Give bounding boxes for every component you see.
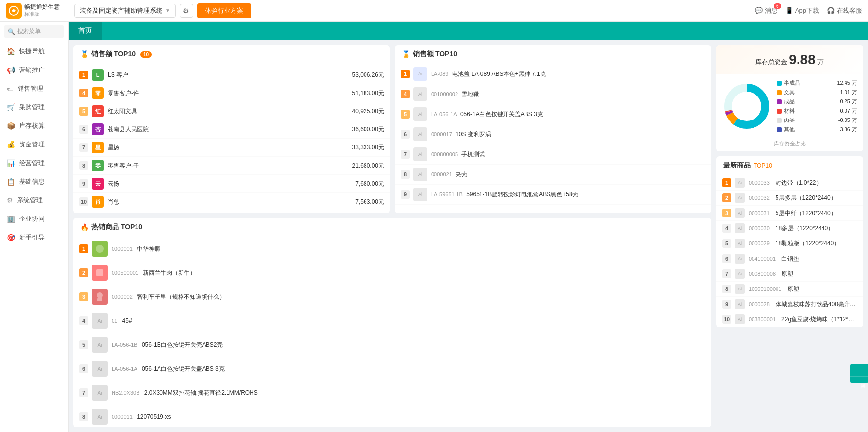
product-info: LA-089 电池盖 LA-089 ABS本色+黑种 7.1克 xyxy=(431,70,706,78)
sidebar-label-system: 系统管理 xyxy=(17,196,43,205)
product-name: 18多层（1220*2440） xyxy=(776,224,857,233)
enterprise-icon: 🏢 xyxy=(7,215,15,223)
content-area: 首页 🏅 销售额 TOP10 10 1 xyxy=(69,22,868,432)
sidebar-label-inventory: 库存核算 xyxy=(19,121,45,130)
sales-products-list: 1 Ai LA-089 电池盖 LA-089 ABS本色+黑种 7.1克 4 A… xyxy=(395,64,711,205)
community-button[interactable]: 服务社区 xyxy=(850,370,868,377)
customer-avatar: 肖 xyxy=(92,196,104,208)
sidebar-search[interactable]: 🔍 搜索菜单 xyxy=(0,22,68,42)
product-name: 056-1B白色按键开关壳ABS2壳 xyxy=(142,341,223,348)
sidebar-label-operations: 经营管理 xyxy=(19,159,45,168)
sidebar-item-basic-info[interactable]: 📋 基础信息 xyxy=(0,172,68,191)
product-info: 0000017 10S 变利罗涡 xyxy=(431,130,706,139)
rank-num: 9 xyxy=(401,190,410,199)
hot-item: 2 000500001 新西兰牛肉（新牛） xyxy=(73,261,711,285)
customer-value: 7,680.00元 xyxy=(355,180,384,188)
product-name: 18颗粒板（1220*2440） xyxy=(776,240,857,248)
customer-value: 36,600.00元 xyxy=(352,125,384,134)
sidebar-item-inventory[interactable]: 📦 库存核算 xyxy=(0,117,68,135)
customer-service-button[interactable]: 客服热线 xyxy=(850,364,868,370)
legend-item: 成品 0.25 万 xyxy=(777,97,857,106)
operations-icon: 📊 xyxy=(7,159,15,167)
search-menu-label: 搜索菜单 xyxy=(17,27,41,36)
sidebar: 🔍 搜索菜单 🏠 快捷导航 📢 营销推广 🏷 销售管理 🛒 采购管理 📦 库存核… xyxy=(0,22,69,432)
sidebar-item-purchase[interactable]: 🛒 采购管理 xyxy=(0,98,68,117)
latest-img: Ai xyxy=(735,178,745,188)
hot-products-panel: 🔥 热销商品 TOP10 1 0000001 中华神腑 xyxy=(73,218,711,427)
rank-item: 6 杏 苍南县人民医院 36,600.00元 xyxy=(73,120,390,139)
latest-img: Ai xyxy=(735,239,745,248)
search-menu-button[interactable]: 🔍 搜索菜单 xyxy=(4,25,64,38)
right-panel: 库存总资金 9.88 万 xyxy=(716,45,863,427)
tab-home[interactable]: 首页 xyxy=(69,22,102,40)
rank-num: 6 xyxy=(79,364,88,373)
sidebar-item-enterprise[interactable]: 🏢 企业协同 xyxy=(0,210,68,228)
message-button[interactable]: 💬 消息 6 xyxy=(755,6,777,15)
latest-title: 最新商品 xyxy=(723,161,751,170)
sidebar-item-system[interactable]: ⚙ 系统管理 xyxy=(0,191,68,210)
product-info: 000800005 手机测试 xyxy=(431,150,706,159)
product-rank-item: 7 Ai 000800005 手机测试 xyxy=(395,144,711,165)
rank-num: 8 xyxy=(722,285,731,293)
settings-button[interactable]: ⚙ xyxy=(180,4,193,18)
marketing-icon: 📢 xyxy=(7,66,15,74)
top-header: 畅捷通好生意 标准版 装备及固定资产辅助管理系统 ▼ ⚙ 体验行业方案 💬 消息… xyxy=(0,0,868,22)
rank-num: 9 xyxy=(722,300,731,309)
legend-dot xyxy=(777,81,782,86)
trial-button[interactable]: 体验行业方案 xyxy=(197,3,251,18)
sidebar-item-sales[interactable]: 🏷 销售管理 xyxy=(0,79,68,98)
product-details: 000500001 新西兰牛肉（新牛） xyxy=(112,269,706,277)
svg-rect-7 xyxy=(97,298,102,301)
product-code: 0000031 xyxy=(749,210,770,216)
customer-value: 7,563.00元 xyxy=(355,198,384,206)
rank-num: 1 xyxy=(722,178,731,187)
header-right: 💬 消息 6 📱 App下载 🎧 在线客服 xyxy=(755,6,862,15)
app-download-button[interactable]: 📱 App下载 xyxy=(785,6,819,15)
customer-avatar: L xyxy=(92,69,104,81)
inventory-unit: 万 xyxy=(817,58,824,66)
rank-item: 10 肖 肖总 7,563.00元 xyxy=(73,193,390,211)
inventory-total: 库存总资金 9.88 万 xyxy=(716,45,863,74)
rank-num: 7 xyxy=(722,269,731,278)
rank-item: 7 星 星扬 33,333.00元 xyxy=(73,139,390,157)
sidebar-label-marketing: 营销推广 xyxy=(19,66,45,74)
inventory-footer: 库存资金占比 xyxy=(716,138,863,151)
product-img: Ai xyxy=(413,127,427,141)
sidebar-item-operations[interactable]: 📊 经营管理 xyxy=(0,154,68,172)
content-tabs: 首页 xyxy=(69,22,868,40)
product-code: 0000029 xyxy=(749,240,770,246)
product-code: 01 xyxy=(112,318,117,324)
legend-dot xyxy=(777,90,782,95)
product-img: Ai xyxy=(413,67,427,81)
legend-item: 材料 0.07 万 xyxy=(777,106,857,116)
sidebar-item-guide[interactable]: 🎯 新手引导 xyxy=(0,228,68,247)
system-selector[interactable]: 装备及固定资产辅助管理系统 ▼ xyxy=(74,4,176,18)
customer-top10-badge: 10 xyxy=(140,51,152,58)
rank-num: 2 xyxy=(722,193,731,202)
logo-sub: 标准版 xyxy=(24,11,60,18)
medal-icon: 🏅 xyxy=(402,50,410,58)
product-details: 01 45# xyxy=(112,317,706,324)
product-name: 10S 变利罗涡 xyxy=(456,131,491,138)
product-code: LA-089 xyxy=(431,71,448,77)
sidebar-item-finance[interactable]: 💰 资金管理 xyxy=(0,135,68,154)
rank-num: 4 xyxy=(401,90,410,98)
sidebar-item-marketing[interactable]: 📢 营销推广 xyxy=(0,61,68,79)
rank-num: 1 xyxy=(79,244,88,253)
rank-num: 2 xyxy=(79,268,88,277)
home-icon: 🏠 xyxy=(7,48,15,55)
legend-dot xyxy=(777,109,782,114)
latest-item: 5 Ai 0000029 18颗粒板（1220*2440） xyxy=(716,236,863,251)
product-thumbnail xyxy=(92,289,108,305)
product-details: 0000011 12070519-xs xyxy=(112,413,706,420)
sidebar-label-quick-nav: 快捷导航 xyxy=(19,47,45,56)
product-name: 中华神腑 xyxy=(137,245,160,252)
left-panels: 🏅 销售额 TOP10 10 1 L LS 客户 53,006.26元 xyxy=(73,45,711,427)
live-button[interactable]: 直播 xyxy=(850,377,868,383)
online-service-button[interactable]: 🎧 在线客服 xyxy=(827,6,862,15)
sidebar-item-quick-nav[interactable]: 🏠 快捷导航 xyxy=(0,42,68,61)
legend-dot xyxy=(777,118,782,123)
product-name: 原塑 xyxy=(787,285,857,293)
float-buttons: 客服热线 服务社区 直播 xyxy=(850,364,868,383)
rank-number: 9 xyxy=(79,179,88,188)
